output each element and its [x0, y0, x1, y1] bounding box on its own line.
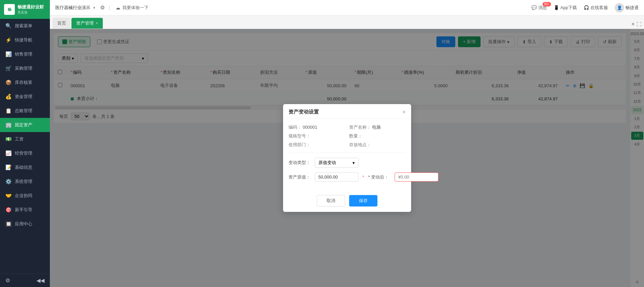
tab-home-label: 首页 — [57, 20, 66, 26]
sidebar-item-label: 销售管理 — [15, 51, 32, 57]
info-spec: 规格型号： — [288, 133, 345, 139]
sidebar-item-label: 企业协同 — [15, 193, 32, 199]
tab-assets[interactable]: 资产管理 × — [71, 18, 103, 29]
company-arrow-icon: ▼ — [92, 6, 96, 10]
sidebar-item-label: 搜索菜单 — [15, 23, 32, 29]
sidebar-item-apps[interactable]: 🔲 应用中心 — [0, 217, 50, 231]
basic-icon: 📝 — [5, 164, 11, 170]
app-download-label: App下载 — [560, 5, 577, 11]
apps-icon: 🔲 — [5, 221, 11, 227]
app-subtitle: 普及版 — [18, 10, 44, 14]
search-icon: 🔍 — [5, 23, 11, 29]
topbar-settings-icon[interactable]: ⚙ — [100, 4, 105, 11]
sidebar-item-label: 系统管理 — [15, 179, 32, 185]
user-btn[interactable]: 👤 畅捷通 — [615, 3, 639, 12]
sidebar-item-search[interactable]: 🔍 搜索菜单 — [0, 19, 50, 33]
topbar: 医疗器械行业演示 ▼ ⚙ | ☁ 我要体验一下 💬 消息 99+ 📱 App下载… — [50, 0, 644, 15]
modal-info-grid: 编码： 000001 资产名称： 电脑 规格型号： 数量： — [288, 124, 406, 148]
settings-bottom-icon[interactable]: ⚙ — [5, 277, 10, 284]
sidebar-item-label: 固定资产 — [15, 122, 32, 128]
tab-close-icon[interactable]: × — [96, 21, 98, 26]
app-download-icon: 📱 — [554, 5, 559, 10]
modal-close-btn[interactable]: × — [402, 109, 405, 115]
experience-btn[interactable]: ☁ 我要体验一下 — [116, 5, 149, 11]
app-title: 畅捷通好业财 — [18, 4, 44, 10]
app-download-btn[interactable]: 📱 App下载 — [554, 5, 577, 11]
info-name-value: 电脑 — [372, 125, 381, 130]
modal-title: 资产变动设置 — [288, 109, 319, 115]
logo-icon: 畅 — [4, 4, 15, 15]
sidebar-item-assets[interactable]: 🏢 固定资产 — [0, 118, 50, 132]
inventory-icon: 📦 — [5, 79, 11, 86]
sidebar-item-label: 快捷导航 — [15, 37, 32, 43]
sidebar-item-purchase[interactable]: 🛒 采购管理 — [0, 61, 50, 75]
guide-icon: 🎯 — [5, 207, 11, 213]
tab-maximize-icon[interactable]: ⛶ — [637, 22, 641, 27]
change-type-select[interactable]: 原值变动 ▾ — [315, 158, 359, 168]
info-dept: 使用部门： — [288, 142, 345, 148]
original-label: 资产原值： — [288, 174, 312, 180]
sidebar-item-inventory[interactable]: 📦 库存核算 — [0, 75, 50, 90]
purchase-icon: 🛒 — [5, 65, 11, 71]
collapse-icon[interactable]: ◀◀ — [36, 277, 44, 284]
change-type-arrow-icon: ▾ — [352, 160, 355, 165]
sidebar-item-label: 新手引导 — [15, 207, 32, 213]
sidebar-item-sales[interactable]: 📊 销售管理 — [0, 47, 50, 61]
after-value-input[interactable] — [395, 172, 438, 182]
system-icon: ⚙️ — [5, 179, 11, 185]
change-type-label: 变动类型： — [288, 160, 312, 166]
sidebar-item-label: 工资 — [15, 136, 24, 142]
sidebar-item-label: 库存核算 — [15, 79, 32, 86]
original-value-input[interactable] — [315, 172, 359, 182]
messages-btn[interactable]: 💬 消息 99+ — [531, 5, 547, 11]
sidebar-item-system[interactable]: ⚙️ 系统管理 — [0, 174, 50, 189]
form-row-change-type: 变动类型： 原值变动 ▾ — [288, 158, 406, 168]
after-label: * 变动后： — [368, 174, 392, 180]
collab-icon: 🤝 — [5, 193, 11, 199]
modal-overlay[interactable]: 资产变动设置 × 编码： 000001 资产名称： 电脑 — [50, 29, 644, 287]
change-type-value: 原值变动 — [318, 160, 336, 166]
asset-change-modal: 资产变动设置 × 编码： 000001 资产名称： 电脑 — [283, 104, 411, 212]
salary-icon: 💵 — [5, 136, 11, 142]
modal-footer: 取消 保存 — [283, 192, 411, 212]
sidebar-item-label: 总账管理 — [15, 108, 32, 114]
message-badge: 99+ — [543, 2, 551, 6]
save-button[interactable]: 保存 — [349, 195, 377, 206]
sidebar-item-quicknav[interactable]: ⚡ 快捷导航 — [0, 33, 50, 47]
avatar: 👤 — [615, 3, 624, 12]
tab-close-window-icon[interactable]: × — [632, 21, 635, 27]
topbar-actions: 💬 消息 99+ 📱 App下载 🎧 在线客服 👤 畅捷通 — [531, 3, 639, 12]
sidebar-item-ledger[interactable]: 📋 总账管理 — [0, 104, 50, 118]
modal-header: 资产变动设置 × — [283, 104, 411, 119]
tabbar: 首页 资产管理 × × ⛶ — [50, 15, 644, 29]
service-btn[interactable]: 🎧 在线客服 — [584, 5, 608, 11]
company-name: 医疗器械行业演示 — [55, 5, 90, 11]
content-area: 资产明细 变更生成凭证 对账 + 新增 批量操作 ▾ ⬆ — [50, 29, 644, 287]
sidebar-item-collab[interactable]: 🤝 企业协同 — [0, 189, 50, 203]
info-code-value: 000001 — [303, 125, 317, 130]
sidebar-item-label: 应用中心 — [15, 221, 32, 227]
sidebar-item-salary[interactable]: 💵 工资 — [0, 132, 50, 146]
experience-label: 我要体验一下 — [122, 5, 149, 11]
sidebar-item-finance[interactable]: 💰 资金管理 — [0, 90, 50, 104]
service-icon: 🎧 — [584, 5, 589, 10]
sidebar-item-label: 经营管理 — [15, 150, 32, 156]
info-code: 编码： 000001 — [288, 124, 345, 130]
sidebar-item-label: 基础信息 — [15, 164, 32, 170]
cloud-icon: ☁ — [116, 5, 120, 10]
ops-icon: 📈 — [5, 150, 11, 156]
sidebar-item-ops[interactable]: 📈 经营管理 — [0, 146, 50, 160]
sidebar-item-guide[interactable]: 🎯 新手引导 — [0, 203, 50, 217]
tab-home[interactable]: 首页 — [53, 18, 71, 29]
modal-divider — [288, 153, 406, 153]
sidebar-item-basic[interactable]: 📝 基础信息 — [0, 160, 50, 174]
info-name: 资产名称： 电脑 — [349, 124, 406, 130]
sidebar-item-label: 资金管理 — [15, 94, 32, 100]
modal-body: 编码： 000001 资产名称： 电脑 规格型号： 数量： — [283, 119, 411, 192]
sidebar-scroll: 🔍 搜索菜单 ⚡ 快捷导航 📊 销售管理 🛒 采购管理 📦 库存核算 💰 资金管… — [0, 19, 50, 274]
quicknav-icon: ⚡ — [5, 37, 11, 43]
cancel-button[interactable]: 取消 — [317, 195, 345, 206]
info-qty: 数量： — [349, 133, 406, 139]
company-selector[interactable]: 医疗器械行业演示 ▼ — [55, 5, 96, 11]
sidebar-logo: 畅 畅捷通好业财 普及版 — [0, 0, 50, 19]
